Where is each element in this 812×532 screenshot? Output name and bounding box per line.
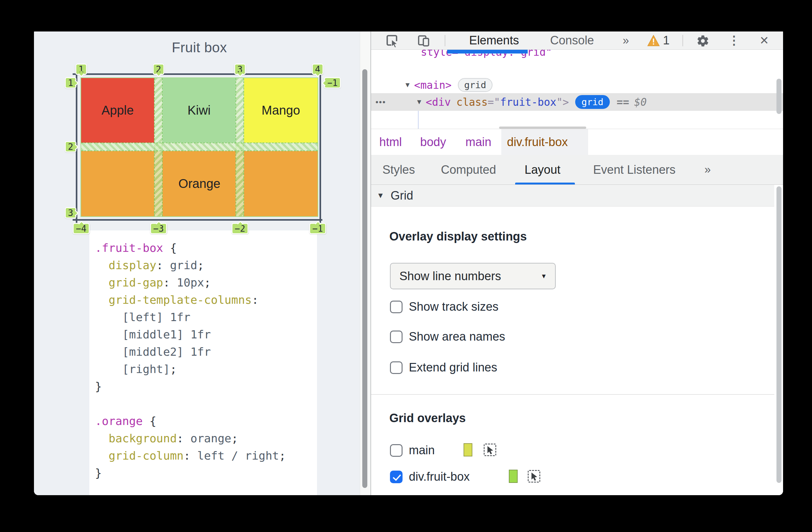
breadcrumb-div-fruit-box[interactable]: div.fruit-box <box>507 129 568 155</box>
show-area-names-checkbox[interactable] <box>390 331 403 343</box>
tab-computed[interactable]: Computed <box>441 155 496 184</box>
layout-pane-scrollbar-thumb[interactable] <box>777 186 782 483</box>
grid-section-title: Grid <box>391 185 413 206</box>
toolbar-divider <box>445 35 445 46</box>
close-icon[interactable]: ✕ <box>759 31 769 50</box>
tree-row-fruit-box[interactable]: ▼ <div class="fruit-box"> grid == $0 <box>416 93 647 111</box>
grid-line-badge-col-neg4: −4 <box>73 223 90 234</box>
equals-sign: == <box>617 96 629 108</box>
disclosure-triangle-icon[interactable]: ▼ <box>377 185 384 206</box>
main-overlay-color-swatch[interactable] <box>464 443 472 457</box>
horizontal-scrollbar-thumb[interactable] <box>499 127 586 129</box>
tree-row-main[interactable]: ▼ <main> grid <box>404 76 492 94</box>
grid-cell-kiwi: Kiwi <box>163 78 235 143</box>
tab-layout[interactable]: Layout <box>525 155 561 184</box>
tree-scrollbar-thumb[interactable] <box>777 79 782 114</box>
code-line: grid-column: left / right; <box>95 447 286 464</box>
row-actions-ellipsis[interactable]: ••• <box>376 93 386 111</box>
devtools-panel: Elements Console » 1 ⋮ <box>371 31 783 495</box>
tag-main: <main> <box>414 79 452 91</box>
code-line: grid-template-columns: <box>95 291 286 308</box>
tab-elements[interactable]: Elements <box>469 31 519 50</box>
chevron-down-icon: ▼ <box>541 264 547 289</box>
attr-class: class <box>456 96 488 108</box>
select-element-icon[interactable] <box>528 470 540 482</box>
tab-event-listeners[interactable]: Event Listeners <box>593 155 676 184</box>
overlay-row-fruit-box[interactable]: div.fruit-box <box>390 470 470 484</box>
grid-overlays-title: Grid overlays <box>389 411 466 425</box>
code-line: } <box>95 378 286 395</box>
warning-count[interactable]: 1 <box>663 31 669 50</box>
grid-line-badge-col-1: 1 <box>75 64 87 75</box>
main-overlay-checkbox[interactable] <box>390 444 403 457</box>
indent-guide-line <box>418 111 419 129</box>
tag-close-bracket: "> <box>556 96 569 108</box>
grid-line-badge-col-3: 3 <box>234 64 246 75</box>
active-tab-underline <box>515 183 575 184</box>
grid-cell-apple: Apple <box>81 78 154 143</box>
code-line: grid-gap: 10px; <box>95 274 286 291</box>
grid-line-badge-col-4: 4 <box>312 64 323 75</box>
checkbox-row-area-names[interactable]: Show area names <box>390 330 505 344</box>
more-tabs-icon[interactable]: » <box>623 31 629 50</box>
checkbox-row-extend-lines[interactable]: Extend grid lines <box>390 361 497 374</box>
fruit-box-grid: Apple Kiwi Mango Orange <box>81 78 318 216</box>
overlay-label-main: main <box>409 444 435 457</box>
breadcrumb-main[interactable]: main <box>465 129 491 155</box>
grid-overlay-line-right <box>320 69 321 225</box>
checkbox-row-track-sizes[interactable]: Show track sizes <box>390 300 498 313</box>
fruit-box-overlay-checkbox[interactable] <box>390 471 403 483</box>
grid-gap-hatch-row <box>81 143 318 151</box>
code-line: .fruit-box { <box>95 239 286 256</box>
breadcrumb: html body main div.fruit-box <box>371 129 783 155</box>
dropdown-selected-value: Show line numbers <box>400 264 501 289</box>
sidebar-more-tabs-icon[interactable]: » <box>705 155 711 184</box>
overlay-row-main[interactable]: main <box>390 444 435 457</box>
cell-label: Mango <box>262 103 300 117</box>
attr-eq: =" <box>488 96 501 108</box>
breadcrumb-body[interactable]: body <box>420 129 446 155</box>
chevron-down-icon[interactable]: ▼ <box>404 81 411 89</box>
kebab-menu-icon[interactable]: ⋮ <box>728 31 740 50</box>
grid-line-badge-row-1: 1 <box>65 77 76 88</box>
grid-section-header[interactable]: ▼ Grid <box>371 185 774 207</box>
select-element-icon[interactable] <box>484 444 496 456</box>
code-sample-box: .fruit-box { display: grid; grid-gap: 10… <box>89 230 317 495</box>
overlay-label-fruit-box: div.fruit-box <box>409 470 470 484</box>
code-line: [right]; <box>95 361 286 378</box>
warning-icon[interactable] <box>647 34 661 48</box>
page-scrollbar-thumb[interactable] <box>362 69 367 488</box>
extend-grid-lines-checkbox[interactable] <box>390 361 403 374</box>
grid-cell-orange: Orange <box>81 151 318 216</box>
grid-line-badge-col-neg3: −3 <box>150 223 167 234</box>
chevron-down-icon[interactable]: ▼ <box>416 98 423 106</box>
checkbox-label: Show area names <box>409 330 505 344</box>
browser-window: Fruit box Apple Kiwi Mango Orange 1 2 3 … <box>34 31 783 495</box>
clipped-dom-row[interactable]: style="display: grid" <box>371 50 783 58</box>
grid-cell-mango: Mango <box>244 78 318 143</box>
cell-label: Orange <box>178 177 220 191</box>
inspect-element-icon[interactable] <box>386 34 399 47</box>
tab-console[interactable]: Console <box>550 31 594 50</box>
grid-line-badge-col-neg2: −2 <box>231 223 248 234</box>
breadcrumb-html[interactable]: html <box>379 129 402 155</box>
screenshot-stage: Fruit box Apple Kiwi Mango Orange 1 2 3 … <box>0 0 812 532</box>
line-numbers-dropdown[interactable]: Show line numbers ▼ <box>390 263 556 289</box>
tab-styles[interactable]: Styles <box>382 155 415 184</box>
dom-tree: style="display: grid" ▼ <main> grid <p>F… <box>371 50 783 129</box>
grid-line-badge-row-3: 3 <box>65 207 76 219</box>
code-block: .fruit-box { display: grid; grid-gap: 10… <box>95 239 286 481</box>
show-track-sizes-checkbox[interactable] <box>390 300 403 313</box>
grid-badge[interactable]: grid <box>458 78 492 92</box>
device-toolbar-icon[interactable] <box>417 34 430 47</box>
devtools-toolbar: Elements Console » 1 ⋮ <box>371 31 783 50</box>
section-divider <box>371 394 774 395</box>
selection-highlight-bar <box>447 50 528 54</box>
cell-label: Apple <box>102 103 134 117</box>
grid-badge-active[interactable]: grid <box>575 95 610 109</box>
code-line: [left] 1fr <box>95 308 286 326</box>
grid-overlay-line-top <box>73 73 322 75</box>
overlay-settings-title: Overlay display settings <box>389 230 527 243</box>
fruit-box-overlay-color-swatch[interactable] <box>509 470 518 483</box>
gear-icon[interactable] <box>696 34 710 47</box>
